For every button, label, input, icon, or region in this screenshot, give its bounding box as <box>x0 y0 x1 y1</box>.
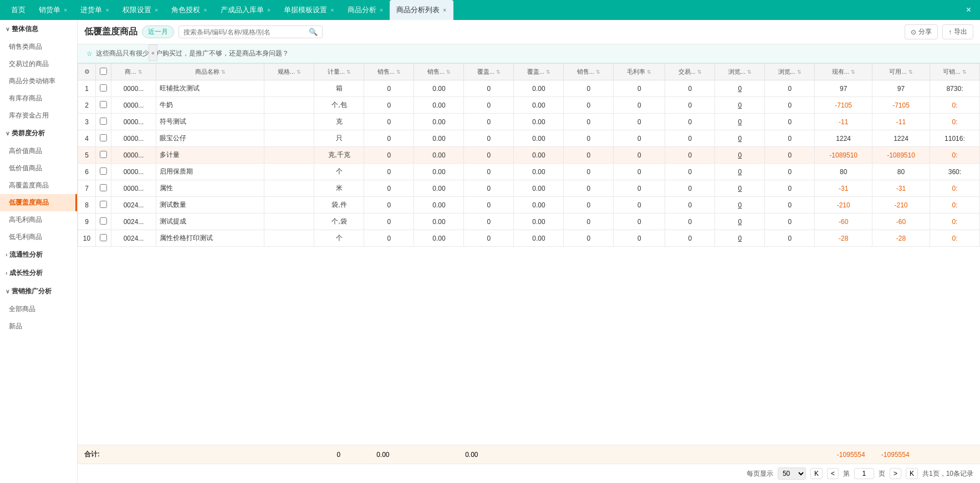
sidebar-item-category-rate[interactable]: 商品分类动销率 <box>0 73 77 90</box>
row-select-checkbox[interactable] <box>100 134 107 141</box>
row-select-checkbox[interactable] <box>100 184 107 191</box>
row-select-checkbox[interactable] <box>100 217 107 225</box>
row-checkbox[interactable] <box>96 80 111 97</box>
close-icon[interactable]: × <box>380 7 383 13</box>
nav-item-product-analysis-list[interactable]: 商品分析列表 × <box>390 0 453 20</box>
nav-item-home[interactable]: 首页 <box>4 0 32 20</box>
sort-icon[interactable]: ⇅ <box>221 69 226 75</box>
row-select-checkbox[interactable] <box>100 84 107 91</box>
page-input[interactable] <box>854 468 874 479</box>
nav-item-roles[interactable]: 角色授权 × <box>165 0 213 20</box>
sort-icon[interactable]: ⇅ <box>697 69 702 75</box>
row-view1[interactable]: 0 <box>715 230 765 247</box>
row-select-checkbox[interactable] <box>100 151 107 158</box>
sort-icon[interactable]: ⇅ <box>596 69 600 75</box>
row-view1[interactable]: 0 <box>715 164 765 180</box>
row-checkbox[interactable] <box>96 97 111 114</box>
row-view1[interactable]: 0 <box>715 130 765 147</box>
row-view1[interactable]: 0 <box>715 114 765 130</box>
sidebar-item-traded-goods[interactable]: 交易过的商品 <box>0 55 77 73</box>
sort-icon[interactable]: ⇅ <box>747 69 752 75</box>
row-checkbox[interactable] <box>96 230 111 247</box>
search-input[interactable] <box>183 28 309 36</box>
sidebar-collapse-button[interactable]: « <box>149 44 157 61</box>
nav-item-permissions[interactable]: 权限设置 × <box>116 0 165 20</box>
view1-link[interactable]: 0 <box>738 201 742 209</box>
sidebar-section-growth[interactable]: › 成长性分析 <box>0 264 77 282</box>
prev-page-button[interactable]: < <box>827 468 839 479</box>
row-checkbox[interactable] <box>96 164 111 180</box>
sort-icon[interactable]: ⇅ <box>851 69 855 75</box>
row-checkbox[interactable] <box>96 130 111 147</box>
sort-icon[interactable]: ⇅ <box>908 69 913 75</box>
row-select-checkbox[interactable] <box>100 234 107 241</box>
row-view1[interactable]: 0 <box>715 197 765 213</box>
view1-link[interactable]: 0 <box>738 168 742 176</box>
row-view1[interactable]: 0 <box>715 80 765 97</box>
nav-item-template-settings[interactable]: 单据模板设置 × <box>277 0 340 20</box>
share-button[interactable]: ⊙ 分享 <box>905 24 938 39</box>
last-page-button[interactable]: K <box>906 468 918 479</box>
sort-icon[interactable]: ⇅ <box>396 69 401 75</box>
nav-item-finished-goods[interactable]: 产成品入库单 × <box>214 0 277 20</box>
view1-link[interactable]: 0 <box>738 218 742 226</box>
sidebar-item-low-coverage[interactable]: 低覆盖度商品 <box>0 194 77 211</box>
close-icon[interactable]: × <box>105 7 109 13</box>
row-checkbox[interactable] <box>96 197 111 213</box>
row-select-checkbox[interactable] <box>100 118 107 125</box>
row-select-checkbox[interactable] <box>100 167 107 175</box>
close-icon[interactable]: × <box>267 7 270 13</box>
row-select-checkbox[interactable] <box>100 101 107 108</box>
sort-icon[interactable]: ⇅ <box>138 69 142 75</box>
view1-link[interactable]: 0 <box>738 101 742 109</box>
close-icon[interactable]: × <box>203 7 207 13</box>
first-page-button[interactable]: K <box>810 468 823 479</box>
window-close-button[interactable]: × <box>962 5 976 15</box>
sort-icon[interactable]: ⇅ <box>346 69 351 75</box>
sort-icon[interactable]: ⇅ <box>797 69 802 75</box>
settings-column-header[interactable]: ⚙ <box>78 64 96 80</box>
row-checkbox[interactable] <box>96 114 111 130</box>
view1-link[interactable]: 0 <box>738 135 742 143</box>
per-page-select[interactable]: 50 20 100 <box>778 467 806 480</box>
period-button[interactable]: 近一月 <box>142 26 174 38</box>
sort-icon[interactable]: ⇅ <box>297 69 301 75</box>
sidebar-item-sales-goods[interactable]: 销售类商品 <box>0 38 77 55</box>
close-icon[interactable]: × <box>330 7 334 13</box>
row-checkbox[interactable] <box>96 213 111 230</box>
sidebar-item-low-margin[interactable]: 低毛利商品 <box>0 228 77 246</box>
view1-link[interactable]: 0 <box>738 185 742 192</box>
nav-item-sales[interactable]: 销货单 × <box>32 0 74 20</box>
sidebar-item-high-margin[interactable]: 高毛利商品 <box>0 211 77 228</box>
nav-item-purchase[interactable]: 进货单 × <box>74 0 115 20</box>
nav-item-product-analysis[interactable]: 商品分析 × <box>341 0 390 20</box>
sort-icon[interactable]: ⇅ <box>546 69 550 75</box>
row-view1[interactable]: 0 <box>715 180 765 197</box>
sidebar-item-low-value[interactable]: 低价值商品 <box>0 160 77 177</box>
row-select-checkbox[interactable] <box>100 201 107 208</box>
sort-icon[interactable]: ⇅ <box>962 69 967 75</box>
view1-link[interactable]: 0 <box>738 85 742 93</box>
view1-link[interactable]: 0 <box>738 151 742 159</box>
sidebar-section-marketing[interactable]: ∨ 营销推广分析 <box>0 282 77 301</box>
sidebar-section-cluster[interactable]: ∨ 类群度分析 <box>0 124 77 143</box>
sidebar-item-all-goods[interactable]: 全部商品 <box>0 301 77 318</box>
sidebar-item-new-goods[interactable]: 新品 <box>0 318 77 335</box>
sort-icon[interactable]: ⇅ <box>647 69 651 75</box>
close-icon[interactable]: × <box>64 7 67 13</box>
sidebar-item-stocked-goods[interactable]: 有库存商品 <box>0 90 77 107</box>
close-icon[interactable]: × <box>155 7 158 13</box>
sort-icon[interactable]: ⇅ <box>446 69 451 75</box>
close-icon[interactable]: × <box>443 7 446 13</box>
sort-icon[interactable]: ⇅ <box>496 69 501 75</box>
row-checkbox[interactable] <box>96 147 111 164</box>
sidebar-item-high-coverage[interactable]: 高覆盖度商品 <box>0 177 77 194</box>
view1-link[interactable]: 0 <box>738 118 742 126</box>
sidebar-section-liquidity[interactable]: › 流通性分析 <box>0 246 77 264</box>
select-all-checkbox[interactable] <box>100 68 107 75</box>
sidebar-item-high-value[interactable]: 高价值商品 <box>0 143 77 160</box>
row-view1[interactable]: 0 <box>715 213 765 230</box>
export-button[interactable]: ↑ 导出 <box>942 24 973 39</box>
next-page-button[interactable]: > <box>890 468 901 479</box>
sidebar-section-overall[interactable]: ∨ 整体信息 <box>0 20 77 38</box>
